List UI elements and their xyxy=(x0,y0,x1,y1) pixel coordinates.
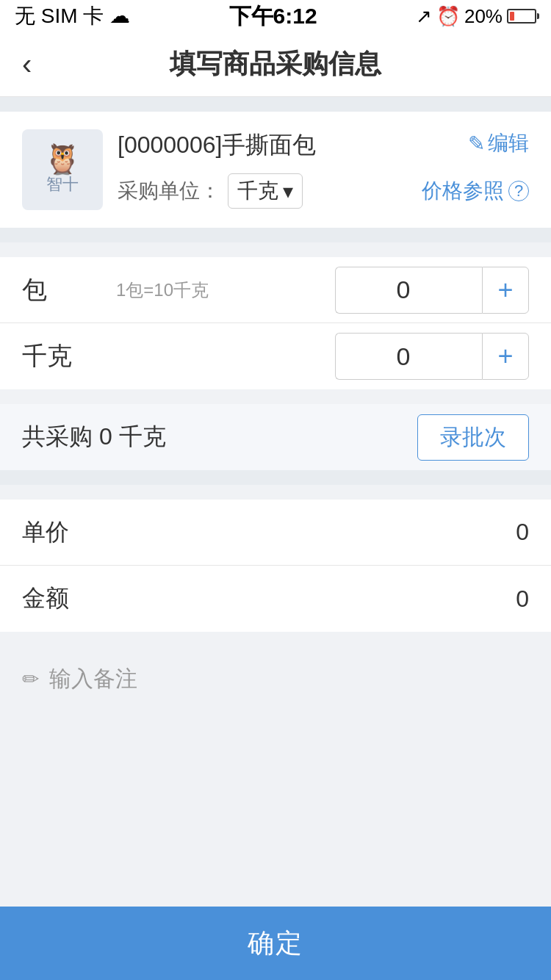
product-info: [0000006]手撕面包 ✎ 编辑 采购单位： 千克 ▾ 价格参照 ? xyxy=(118,129,529,209)
unit-select[interactable]: 千克 ▾ xyxy=(228,173,303,209)
amount-label: 金额 xyxy=(22,583,69,615)
status-bar: 无 SIM 卡 ☁ 下午6:12 ↗ ⏰ 20% xyxy=(0,0,551,32)
edit-button[interactable]: ✎ 编辑 xyxy=(468,129,529,157)
unit-price-label: 单价 xyxy=(22,516,69,549)
confirm-btn-container: 确定 xyxy=(0,907,551,980)
remark-placeholder: ✏ 输入备注 xyxy=(22,664,529,694)
amount-value: 0 xyxy=(516,586,529,613)
edit-label: 编辑 xyxy=(488,129,529,157)
status-left: 无 SIM 卡 ☁ xyxy=(15,2,130,30)
summary-text: 共采购 0 千克 xyxy=(22,421,166,453)
status-right: ↗ ⏰ 20% xyxy=(416,5,536,28)
price-reference-button[interactable]: 价格参照 ? xyxy=(422,177,529,205)
unit-price-value: 0 xyxy=(516,519,529,546)
status-time: 下午6:12 xyxy=(229,1,317,32)
bag-label: 包 xyxy=(22,273,110,307)
nav-bar: ‹ 填写商品采购信息 xyxy=(0,32,551,97)
bag-sublabel: 1包=10千克 xyxy=(116,278,209,302)
product-thumb-inner: 🦉 智十 xyxy=(44,144,81,195)
kg-plus-button[interactable]: + xyxy=(482,333,529,380)
back-button[interactable]: ‹ xyxy=(22,48,66,81)
help-icon: ? xyxy=(508,181,529,201)
kg-label: 千克 xyxy=(22,339,110,373)
unit-price-row: 单价 0 xyxy=(0,500,551,566)
price-divider xyxy=(0,470,551,485)
product-thumbnail: 🦉 智十 xyxy=(22,129,103,210)
owl-icon: 🦉 xyxy=(44,144,81,173)
kg-input-row: 千克 + xyxy=(0,323,551,389)
price-section: 单价 0 金额 0 xyxy=(0,500,551,632)
top-divider xyxy=(0,97,551,112)
page-title: 填写商品采购信息 xyxy=(170,46,381,82)
bag-input-right: + xyxy=(209,267,529,314)
batch-button[interactable]: 录批次 xyxy=(417,414,529,461)
remark-section[interactable]: ✏ 输入备注 xyxy=(0,646,551,793)
battery-icon xyxy=(507,9,536,24)
location-icon: ↗ xyxy=(416,5,432,28)
product-card: 🦉 智十 [0000006]手撕面包 ✎ 编辑 采购单位： 千克 ▾ 价格参照 xyxy=(0,112,551,228)
unit-row: 采购单位： 千克 ▾ 价格参照 ? xyxy=(118,173,529,209)
alarm-icon: ⏰ xyxy=(436,5,460,28)
unit-select-value: 千克 xyxy=(237,177,278,205)
bag-input-row: 包 1包=10千克 + xyxy=(0,257,551,323)
pencil-icon: ✏ xyxy=(22,667,39,691)
product-name-row: [0000006]手撕面包 ✎ 编辑 xyxy=(118,129,529,162)
amount-row: 金额 0 xyxy=(0,566,551,632)
kg-input-right: + xyxy=(110,333,529,380)
bag-quantity-input[interactable] xyxy=(335,267,482,314)
edit-icon: ✎ xyxy=(468,131,485,156)
middle-divider xyxy=(0,228,551,242)
remark-placeholder-text: 输入备注 xyxy=(49,664,137,694)
summary-row: 共采购 0 千克 录批次 xyxy=(0,404,551,470)
no-sim-label: 无 SIM 卡 ☁ xyxy=(15,2,130,30)
battery-percent: 20% xyxy=(464,5,503,28)
kg-quantity-input[interactable] xyxy=(335,333,482,380)
bag-plus-button[interactable]: + xyxy=(482,267,529,314)
price-ref-label: 价格参照 xyxy=(422,177,504,205)
product-name: [0000006]手撕面包 xyxy=(118,129,316,162)
input-section: 包 1包=10千克 + 千克 + xyxy=(0,257,551,389)
summary-section: 共采购 0 千克 录批次 xyxy=(0,404,551,470)
owl-label: 智十 xyxy=(44,173,81,195)
bottom-spacer xyxy=(0,793,551,882)
unit-label: 采购单位： xyxy=(118,177,220,205)
chevron-down-icon: ▾ xyxy=(283,179,293,203)
confirm-button[interactable]: 确定 xyxy=(0,907,551,980)
